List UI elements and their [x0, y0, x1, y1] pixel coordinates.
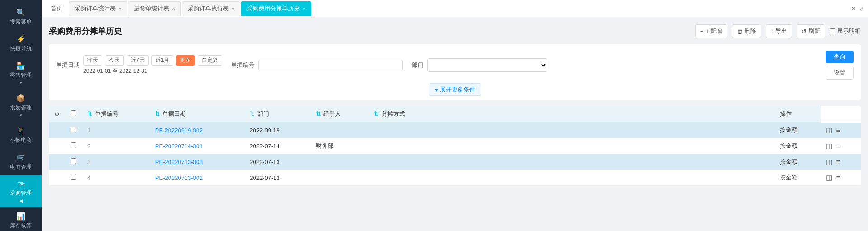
td-order-num[interactable]: PE-20220714-001	[150, 138, 245, 154]
detail-icon[interactable]: ≡	[836, 174, 840, 182]
ecom-mini-icon: 📱	[16, 127, 25, 135]
detail-icon[interactable]: ≡	[836, 158, 840, 166]
date-btn-today[interactable]: 今天	[105, 55, 124, 66]
maximize-window-icon[interactable]: ⤢	[859, 5, 864, 12]
export-button[interactable]: ↑ 导出	[766, 24, 793, 38]
td-handler	[368, 123, 774, 138]
th-method: ⇅ 分摊方式	[368, 106, 774, 123]
td-date: 2022-07-13	[244, 170, 310, 186]
table-row: 2 PE-20220714-001 2022-07-14 财务部 按金额 ◫ ≡	[49, 138, 861, 154]
date-btn-custom[interactable]: 自定义	[198, 55, 222, 66]
table-row: 4 PE-20220713-001 2022-07-13 按金额 ◫ ≡	[49, 170, 861, 186]
settings-button[interactable]: 设置	[826, 66, 854, 80]
tab-incoming-stats[interactable]: 进货单统计表 ×	[128, 1, 180, 16]
detail-icon[interactable]: ≡	[836, 126, 840, 134]
td-checkbox	[65, 123, 82, 138]
display-checkbox[interactable]	[830, 28, 835, 34]
sidebar: 🔍 搜索菜单 ⚡ 快捷导航 🏪 零售管理 ▾ 📦 批发管理 ▾ 📱 小畅电商 🛒…	[0, 0, 42, 231]
view-icon[interactable]: ◫	[826, 174, 832, 182]
active-indicator: ◀	[19, 198, 23, 203]
row-checkbox[interactable]	[71, 142, 76, 148]
tab-window-actions: × ⤢	[852, 5, 864, 12]
sort-icon: ⇅	[316, 110, 321, 117]
date-btn-yesterday[interactable]: 昨天	[83, 55, 102, 66]
query-button[interactable]: 查询	[826, 51, 854, 63]
close-icon[interactable]: ×	[172, 6, 175, 11]
sort-icon: ⇅	[374, 110, 379, 117]
td-ops: ◫ ≡	[821, 154, 861, 170]
td-settings	[49, 154, 65, 170]
tab-purchase-exec[interactable]: 采购订单执行表 ×	[182, 1, 240, 16]
wholesale-icon: 📦	[16, 94, 25, 103]
date-btn-1month[interactable]: 近1月	[151, 55, 174, 66]
page-title: 采购费用分摊单历史	[49, 26, 122, 37]
data-table: ⚙ ⇅ 单据编号 ⇅ 单据日期	[49, 106, 861, 186]
td-dept: 财务部	[311, 138, 369, 154]
refresh-button[interactable]: ↺ 刷新	[797, 24, 825, 38]
td-order-num[interactable]: PE-20220919-002	[150, 123, 245, 138]
tab-home[interactable]: 首页	[45, 5, 68, 13]
dept-select[interactable]	[427, 58, 547, 72]
sidebar-item-ecom[interactable]: 🛒 电商管理	[0, 149, 42, 175]
tab-purchase-cost-history[interactable]: 采购费用分摊单历史 ×	[241, 1, 311, 16]
td-date: 2022-09-19	[244, 123, 310, 138]
td-rownum: 3	[82, 154, 150, 170]
sidebar-item-label: 批发管理	[10, 104, 32, 112]
sidebar-item-label: 电商管理	[10, 163, 32, 171]
sidebar-item-purchase[interactable]: 🛍 采购管理 ◀	[0, 175, 42, 207]
td-checkbox	[65, 138, 82, 154]
header-actions: + + 新增 🗑 删除 ↑ 导出 ↺ 刷新	[695, 24, 861, 38]
th-ops: 操作	[774, 106, 821, 123]
display-toggle[interactable]: 显示明细	[830, 27, 861, 35]
table-header-row: ⚙ ⇅ 单据编号 ⇅ 单据日期	[49, 106, 861, 123]
sidebar-item-ecom-mini[interactable]: 📱 小畅电商	[0, 122, 42, 149]
sidebar-item-search[interactable]: 🔍 搜索菜单	[0, 4, 42, 30]
tab-purchase-order-stats[interactable]: 采购订单统计表 ×	[69, 1, 127, 16]
row-checkbox[interactable]	[71, 158, 76, 164]
td-order-num[interactable]: PE-20220713-001	[150, 170, 245, 186]
th-checkbox	[65, 106, 82, 123]
th-dept: ⇅ 部门	[244, 106, 310, 123]
sidebar-item-inventory[interactable]: 📊 库存核算	[0, 207, 42, 231]
date-filter-label: 单据日期	[56, 61, 80, 69]
sidebar-item-retail[interactable]: 🏪 零售管理 ▾	[0, 57, 42, 90]
date-btn-more[interactable]: 更多	[176, 55, 195, 66]
table-row: 3 PE-20220713-003 2022-07-13 按金额 ◫ ≡	[49, 154, 861, 170]
order-num-input[interactable]	[258, 60, 403, 71]
th-order-num: ⇅ 单据编号	[82, 106, 150, 123]
date-filter-options: 昨天 今天 近7天 近1月 更多 自定义 2022-01-01 至 2022-1…	[83, 55, 222, 75]
dept-filter-group: 部门	[412, 58, 547, 72]
delete-button[interactable]: 🗑 删除	[732, 24, 761, 38]
td-rownum: 2	[82, 138, 150, 154]
purchase-icon: 🛍	[17, 180, 24, 188]
sidebar-item-wholesale[interactable]: 📦 批发管理 ▾	[0, 90, 42, 122]
view-icon[interactable]: ◫	[826, 142, 832, 150]
dept-label: 部门	[412, 61, 424, 69]
select-all-checkbox[interactable]	[71, 110, 76, 116]
close-icon[interactable]: ×	[302, 6, 305, 11]
td-method: 按金额	[774, 170, 821, 186]
view-icon[interactable]: ◫	[826, 126, 832, 134]
row-checkbox[interactable]	[71, 174, 76, 180]
chevron-icon: ▾	[20, 80, 22, 85]
td-checkbox	[65, 154, 82, 170]
search-icon: 🔍	[16, 8, 25, 17]
expand-filter-button[interactable]: ▾ 展开更多条件	[429, 83, 481, 96]
view-icon[interactable]: ◫	[826, 158, 832, 166]
inventory-icon: 📊	[16, 212, 25, 221]
td-order-num[interactable]: PE-20220713-003	[150, 154, 245, 170]
detail-icon[interactable]: ≡	[836, 142, 840, 150]
sidebar-item-quick[interactable]: ⚡ 快捷导航	[0, 30, 42, 57]
add-button[interactable]: + + 新增	[695, 24, 727, 38]
row-checkbox[interactable]	[71, 127, 76, 132]
tab-label: 采购订单统计表	[75, 5, 116, 13]
td-dept	[311, 170, 369, 186]
close-window-icon[interactable]: ×	[852, 5, 855, 12]
sidebar-item-label: 采购管理	[10, 189, 32, 197]
gear-icon[interactable]: ⚙	[54, 111, 60, 118]
close-icon[interactable]: ×	[231, 6, 234, 11]
table-container: ⚙ ⇅ 单据编号 ⇅ 单据日期	[49, 106, 861, 186]
date-btn-7days[interactable]: 近7天	[127, 55, 149, 66]
close-icon[interactable]: ×	[118, 6, 121, 11]
sort-icon: ⇅	[155, 110, 160, 117]
